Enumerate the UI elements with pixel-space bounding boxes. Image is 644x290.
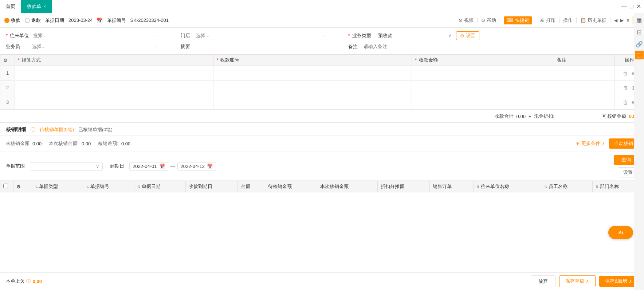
counterpart-input[interactable] [32, 32, 159, 39]
list-view-button[interactable]: ≡ [627, 18, 629, 23]
unverified-stat: 未核销金额 0.00 [6, 140, 42, 147]
available-label: 可核销金额 [602, 113, 626, 119]
radio-refund[interactable]: 退款 [25, 17, 41, 24]
account-cell[interactable] [213, 81, 412, 95]
store-label: 门店 [181, 32, 192, 39]
summary-row: 收款合计 0.00 + 现金折扣: = 可核销金额 0.00 [0, 110, 644, 123]
close-button[interactable]: ✕ [636, 3, 641, 10]
tab-done[interactable]: 已核销单据(0笔) [78, 126, 113, 133]
more-conditions-button[interactable]: ▼ 更多条件 ∧ [575, 140, 605, 147]
range-select[interactable]: ∨ [30, 162, 103, 171]
date-to-field: 2022-04-12 📅 [177, 162, 216, 171]
divider [477, 17, 478, 23]
rp-icon-2[interactable]: ⊡ [637, 27, 641, 38]
salesman-dots-button[interactable]: ··· [155, 44, 159, 49]
radio-receive[interactable]: 收款 [4, 17, 20, 24]
business-type-wrap: 预收款 ∨ [377, 32, 452, 40]
store-dots-button[interactable]: ··· [322, 33, 326, 38]
next-button[interactable]: ▶ [620, 18, 624, 23]
note-cell[interactable] [554, 81, 614, 95]
shortcut-button[interactable]: ⌨ 快捷键 [504, 16, 532, 24]
business-type-label: 业务类型 [352, 33, 371, 38]
operate-button[interactable]: 操作 [563, 17, 573, 24]
divider [559, 17, 559, 23]
verification-section: 核销明细 ⓘ 待核销单据(0笔) 已核销单据(0笔) 未核销金额 0.00 本次… [0, 123, 644, 272]
history-button[interactable]: 📋 历史单据 [580, 17, 606, 24]
video-button[interactable]: ⊙ 视频 [459, 17, 474, 24]
summary-label: 摘要 [181, 43, 192, 50]
amount-cell[interactable] [412, 81, 554, 95]
delete-icon[interactable]: 🗑 [623, 70, 628, 76]
form-row-2: 业务员 ··· 摘要 备注 [6, 43, 638, 50]
th-gear-bottom[interactable]: ⚙ [13, 181, 32, 192]
settings-button[interactable]: ⚙ 设置 [456, 31, 479, 40]
payment-method-cell[interactable] [15, 95, 213, 110]
toolbar-actions: ⊙ 视频 ⊙ 帮助 ⌨ 快捷键 🖨 打印 [459, 16, 640, 24]
maximize-button[interactable]: □ [630, 3, 633, 10]
date-calendar-icon[interactable]: 📅 [97, 17, 103, 23]
summary-field: 摘要 [181, 43, 326, 50]
store-input-wrap: ··· [195, 32, 326, 39]
amount-cell[interactable] [412, 95, 554, 110]
rp-icon-4[interactable]: ⬚ [635, 51, 644, 59]
row-num: 3 [0, 95, 15, 110]
current-stat: 本次核销金额: 0.00 [49, 140, 91, 147]
note-cell[interactable] [554, 66, 614, 81]
note-field: 备注 [348, 43, 516, 50]
payment-method-cell[interactable] [15, 81, 213, 95]
divider [610, 17, 610, 23]
tab-pending[interactable]: 待核销单据(0笔) [40, 126, 74, 133]
date-from-calendar-icon[interactable]: 📅 [159, 164, 165, 169]
save-draft-button[interactable]: 保存草稿 ∧ [559, 275, 596, 287]
delete-icon[interactable]: 🗑 [623, 85, 628, 91]
summary-input[interactable] [195, 43, 326, 50]
counterpart-dots-button[interactable]: ··· [155, 33, 159, 38]
rp-icon-1[interactable]: ▦ [636, 15, 642, 26]
prev-button[interactable]: ◀ [614, 18, 617, 23]
unverified-label: 未核销金额 [6, 140, 30, 147]
help-button[interactable]: ⊙ 帮助 [481, 17, 496, 24]
form-section: * 往来单位 ··· 门店 ··· [0, 28, 644, 54]
footer-right: 放弃 保存草稿 ∧ 保存&新增 ∧ [531, 275, 638, 287]
th-amount: * 收款金额 [412, 55, 554, 66]
footer-info-icon[interactable]: ⓘ [26, 279, 31, 284]
account-cell[interactable] [213, 66, 412, 81]
note-input[interactable] [362, 43, 516, 50]
date-dash: — [170, 164, 175, 169]
settings-icon[interactable]: ⚙ [3, 58, 8, 63]
save-new-button[interactable]: 保存&新增 ∧ [599, 276, 638, 287]
print-button[interactable]: 🖨 打印 [540, 17, 555, 24]
minimize-button[interactable]: — [621, 3, 627, 10]
tab-active[interactable]: 收款单 × [21, 0, 52, 13]
business-type-value: 预收款 [377, 32, 394, 40]
note-cell[interactable] [554, 95, 614, 110]
tab-close-icon[interactable]: × [43, 4, 46, 9]
delete-icon[interactable]: 🗑 [623, 99, 628, 105]
th-settings[interactable]: ⚙ [0, 55, 15, 66]
abandon-button[interactable]: 放弃 [531, 275, 555, 287]
ai-bubble[interactable]: Ai [608, 226, 633, 239]
business-type-arrow[interactable]: ∨ [448, 33, 452, 38]
info-icon[interactable]: ⓘ [31, 126, 35, 133]
note-input-wrap [362, 43, 516, 50]
tab-home[interactable]: 首页 [0, 0, 21, 13]
rp-icon-3[interactable]: 🔗 [636, 39, 643, 50]
salesman-input[interactable] [31, 43, 159, 50]
th-discount: 折扣分摊额 [377, 181, 429, 192]
number-field: 单据编号 SK-20230324-001 [107, 17, 169, 24]
salesman-label: 业务员 [6, 43, 28, 50]
amount-cell[interactable] [412, 66, 554, 81]
th-due-date: 收款到期日 [185, 181, 237, 192]
discount-input[interactable] [557, 113, 594, 119]
account-cell[interactable] [213, 95, 412, 110]
window-controls: — □ ✕ [621, 3, 644, 10]
store-input[interactable] [195, 32, 326, 39]
total-val: 0.00 [517, 114, 526, 119]
th-checkbox[interactable] [0, 181, 13, 192]
date-to-calendar-icon[interactable]: 📅 [207, 164, 213, 169]
page-label: 本单上欠 ⓘ [6, 278, 31, 285]
select-all-checkbox[interactable] [3, 184, 8, 188]
payment-method-cell[interactable] [15, 66, 213, 81]
salesman-input-wrap: ··· [31, 43, 159, 50]
diff-val: 0.00 [121, 141, 130, 146]
